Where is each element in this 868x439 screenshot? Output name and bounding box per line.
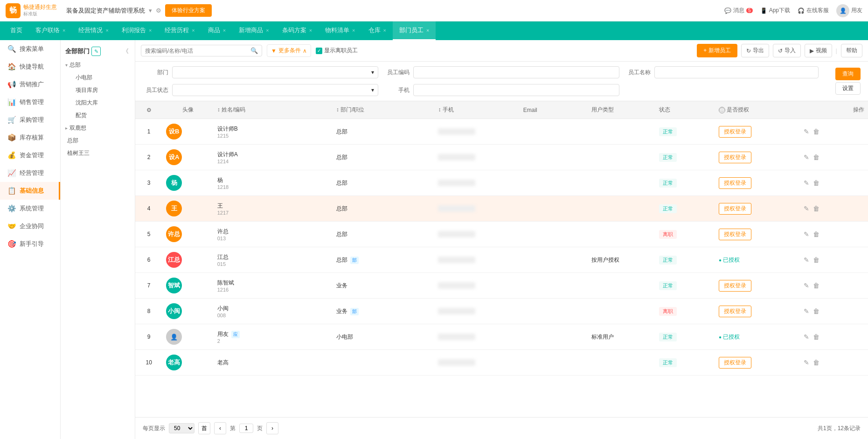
close-tab-icon[interactable]: × [352, 28, 355, 33]
app-download-button[interactable]: 📱 App下载 [760, 7, 790, 14]
col-dept-header[interactable]: ↕ 部门/职位 [333, 101, 435, 119]
nav-tab-经营情况[interactable]: 经营情况× [72, 21, 115, 40]
auth-login-button[interactable]: 授权登录 [719, 306, 751, 317]
auth-login-button[interactable]: 授权登录 [719, 152, 751, 163]
show-resigned-toggle[interactable]: ✓ 显示离职员工 [316, 47, 358, 55]
user-area[interactable]: 👤 用友 [836, 4, 862, 17]
next-page-button[interactable]: › [266, 422, 278, 434]
auth-login-button[interactable]: 授权登录 [719, 229, 751, 240]
reset-button[interactable]: 设置 [835, 82, 861, 95]
nav-tab-客户联络[interactable]: 客户联络× [29, 21, 72, 40]
delete-icon[interactable]: 🗑 [813, 153, 819, 161]
nav-tab-仓库[interactable]: 仓库× [362, 21, 393, 40]
delete-icon[interactable]: 🗑 [813, 230, 819, 238]
dept-tree-item[interactable]: 植树王三 [61, 147, 135, 160]
more-filter-button[interactable]: ▼ 更多条件 ∧ [267, 44, 311, 57]
delete-icon[interactable]: 🗑 [813, 282, 819, 289]
nav-tab-新增商品[interactable]: 新增商品× [232, 21, 275, 40]
edit-icon[interactable]: ✎ [804, 333, 809, 341]
delete-icon[interactable]: 🗑 [813, 359, 819, 366]
dept-tree-item[interactable]: 配货 [61, 109, 135, 122]
sidebar-item-库存核算[interactable]: 📦库存核算 [0, 129, 60, 146]
view-button[interactable]: ▶ 视频 [805, 44, 832, 57]
close-tab-icon[interactable]: × [426, 28, 429, 33]
close-tab-icon[interactable]: × [383, 28, 386, 33]
close-tab-icon[interactable]: × [266, 28, 269, 33]
sidebar-item-营销推广[interactable]: 📢营销推广 [0, 76, 60, 93]
auth-login-button[interactable]: 授权登录 [719, 203, 751, 215]
delete-icon[interactable]: 🗑 [813, 205, 819, 212]
search-input-wrap[interactable]: 🔍 [141, 45, 262, 56]
sidebar-item-销售管理[interactable]: 📊销售管理 [0, 93, 60, 111]
sidebar-item-经营管理[interactable]: 📈经营管理 [0, 164, 60, 182]
edit-icon[interactable]: ✎ [804, 205, 809, 212]
edit-icon[interactable]: ✎ [804, 359, 809, 366]
dept-tree-item[interactable]: ▸双鹿想 [61, 122, 135, 134]
nav-tab-物料清单[interactable]: 物料清单× [319, 21, 361, 40]
dept-tree-item[interactable]: 项目库房 [61, 84, 135, 97]
dept-collapse-button[interactable]: 《 [121, 47, 130, 56]
page-size-select[interactable]: 50 20 100 [169, 423, 194, 433]
auth-login-button[interactable]: 授权登录 [719, 357, 751, 369]
nav-tab-利润报告[interactable]: 利润报告× [115, 21, 158, 40]
close-tab-icon[interactable]: × [62, 28, 65, 33]
dept-tree-item[interactable]: ▾总部 [61, 59, 135, 71]
prev-page-button[interactable]: ‹ [214, 422, 226, 434]
close-tab-icon[interactable]: × [149, 28, 152, 33]
edit-icon[interactable]: ✎ [804, 230, 809, 238]
search-input[interactable] [145, 48, 249, 54]
auth-login-button[interactable]: 授权登录 [719, 280, 751, 292]
help-button[interactable]: 帮助 [841, 44, 862, 57]
close-tab-icon[interactable]: × [223, 28, 226, 33]
dept-tree-item[interactable]: 总部 [61, 134, 135, 147]
delete-icon[interactable]: 🗑 [813, 333, 819, 341]
edit-icon[interactable]: ✎ [804, 153, 809, 161]
filter-dept-select[interactable]: ▾ [172, 66, 378, 78]
nav-tab-条码方案[interactable]: 条码方案× [276, 21, 319, 40]
sidebar-item-系统管理[interactable]: ⚙️系统管理 [0, 200, 60, 217]
auth-login-button[interactable]: 授权登录 [719, 126, 751, 138]
trial-button[interactable]: 体验行业方案 [165, 4, 212, 17]
export-button[interactable]: ↻ 导出 [741, 44, 769, 57]
close-tab-icon[interactable]: × [192, 28, 194, 33]
edit-icon[interactable]: ✎ [804, 128, 809, 135]
edit-icon[interactable]: ✎ [804, 256, 809, 264]
sidebar-item-搜索菜单[interactable]: 🔍搜索菜单 [0, 40, 60, 58]
add-employee-button[interactable]: + 新增员工 [697, 44, 737, 57]
sidebar-item-基础信息[interactable]: 📋基础信息 [0, 182, 60, 200]
message-button[interactable]: 💬 消息 5 [724, 7, 753, 14]
sidebar-item-资金管理[interactable]: 💰资金管理 [0, 146, 60, 164]
edit-icon[interactable]: ✎ [804, 282, 809, 289]
import-button[interactable]: ↺ 导入 [773, 44, 801, 57]
dept-tree-item[interactable]: 小电部 [61, 71, 135, 84]
dept-tree-item[interactable]: 沈阳大库 [61, 97, 135, 109]
nav-tab-经营历程[interactable]: 经营历程× [158, 21, 201, 40]
filter-status-select[interactable]: ▾ [172, 84, 378, 96]
first-page-button[interactable]: 首 [198, 422, 210, 434]
dept-edit-icon[interactable]: ✎ [91, 47, 101, 56]
delete-icon[interactable]: 🗑 [813, 256, 819, 264]
sidebar-item-采购管理[interactable]: 🛒采购管理 [0, 111, 60, 129]
gear-icon[interactable]: ⚙ [156, 7, 161, 14]
col-settings[interactable]: ⚙ [135, 101, 162, 119]
query-button[interactable]: 查询 [835, 68, 861, 80]
col-phone-header[interactable]: ↕ 手机 [434, 101, 519, 119]
filter-empname-input[interactable] [654, 66, 819, 78]
auth-login-button[interactable]: 授权登录 [719, 177, 751, 189]
filter-phone-input[interactable] [413, 84, 619, 96]
delete-icon[interactable]: 🗑 [813, 128, 819, 135]
close-tab-icon[interactable]: × [309, 28, 312, 33]
edit-icon[interactable]: ✎ [804, 307, 809, 315]
sidebar-item-企业协同[interactable]: 🤝企业协同 [0, 217, 60, 235]
system-title-arrow[interactable]: ▾ [149, 7, 152, 14]
filter-empcode-input[interactable] [413, 66, 619, 78]
close-tab-icon[interactable]: × [105, 28, 108, 33]
delete-icon[interactable]: 🗑 [813, 307, 819, 315]
delete-icon[interactable]: 🗑 [813, 179, 819, 187]
nav-tab-首页[interactable]: 首页 [4, 21, 29, 40]
col-name-header[interactable]: ↕ 姓名/编码 [214, 101, 333, 119]
edit-icon[interactable]: ✎ [804, 179, 809, 187]
online-service-button[interactable]: 🎧 在线客服 [798, 7, 829, 14]
sidebar-item-新手引导[interactable]: 🎯新手引导 [0, 235, 60, 253]
nav-tab-商品[interactable]: 商品× [201, 21, 232, 40]
